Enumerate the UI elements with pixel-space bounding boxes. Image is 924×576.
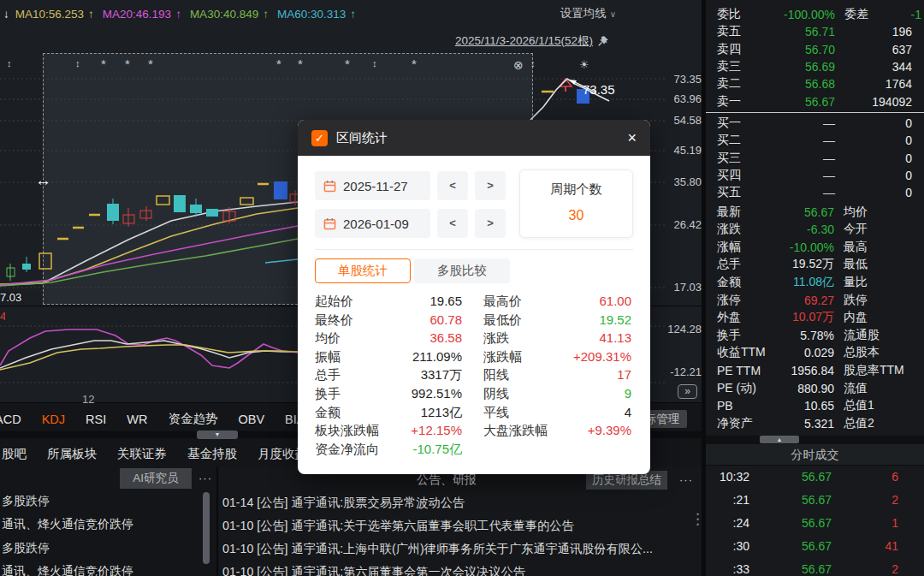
ma-indicator-bar: ↓ MA10:56.253↑MA20:46.193↑MA30:40.849↑MA… xyxy=(0,0,703,27)
dialog-tabs: 单股统计多股比较 xyxy=(315,258,633,283)
end-date-field[interactable]: 2026-01-09 xyxy=(315,209,430,238)
indicator-tab[interactable]: KDJ xyxy=(32,413,75,426)
buy-level-row[interactable]: 买二 — 0 xyxy=(706,132,924,149)
indicator-tab[interactable]: MACD xyxy=(0,413,32,426)
section-tab[interactable]: 股吧 xyxy=(2,446,27,462)
star-marker-icon: * xyxy=(345,58,350,70)
dialog-tab[interactable]: 单股统计 xyxy=(315,258,411,283)
stat-row: 最高价61.00 xyxy=(483,294,631,312)
sub-axis-tick: 124.28 xyxy=(667,323,702,336)
collapse-up-icon[interactable]: ▲ xyxy=(760,436,799,443)
selection-drag-handle-icon[interactable]: ↔ xyxy=(35,171,51,190)
sell-level-row[interactable]: 卖四 56.70 637 xyxy=(706,41,924,58)
quote-panel: 委比 -100.00% 委差 -1 卖五 56.71 196 卖四 56.70 … xyxy=(706,0,924,576)
list-item[interactable]: 通讯、烽火通信竞价跌停 xyxy=(2,560,200,576)
list-item[interactable]: 01-10 [公告] 通宇通讯:关于选举第六届董事会职工代表董事的公告 xyxy=(219,514,702,537)
divider xyxy=(315,249,633,250)
quote-stat-row: PE TTM 1956.84 股息率TTM xyxy=(706,362,924,380)
sun-marker-icon: ☀ xyxy=(579,58,589,71)
indicator-tab[interactable]: 资金趋势 xyxy=(157,411,228,427)
buy-level-row[interactable]: 买一 — 0 xyxy=(706,115,924,132)
splitter-grip-icon[interactable]: ••• xyxy=(696,512,702,527)
more-options-icon[interactable]: ··· xyxy=(679,473,693,486)
buy-level-row[interactable]: 买五 — 0 xyxy=(706,184,924,201)
expand-panel-button[interactable]: » xyxy=(678,384,697,399)
ma-values: MA10:56.253↑MA20:46.193↑MA30:40.849↑MA60… xyxy=(15,8,356,21)
indicator-tab[interactable]: WR xyxy=(116,413,157,426)
indicator-tab[interactable]: RSI xyxy=(75,413,116,426)
list-item[interactable]: 01-10 [公告] 通宇通讯:第六届董事会第一次会议决议公告 xyxy=(219,561,702,576)
interval-statistics-dialog: ✓ 区间统计 × 2025-11-27 < > xyxy=(298,120,650,474)
section-tab[interactable]: 关联证券 xyxy=(117,446,167,462)
list-item[interactable]: 01-14 [公告] 通宇通讯:股票交易异常波动公告 xyxy=(219,491,702,514)
quote-stat-row: 金额 11.08亿 量比 xyxy=(706,274,924,292)
remove-selection-icon[interactable]: ⊗ xyxy=(513,58,524,72)
list-item[interactable]: 多股跌停 xyxy=(2,490,200,513)
sell-level-row[interactable]: 卖五 56.71 196 xyxy=(706,23,924,40)
collapse-down-icon[interactable]: ▼ xyxy=(197,431,238,439)
close-icon[interactable]: × xyxy=(627,130,637,145)
updown-marker-icon: ↕ xyxy=(530,58,536,68)
left-axis-fragment: 7.03 xyxy=(0,291,21,304)
stat-row: 总手3317万 xyxy=(315,367,462,386)
indicator-tab[interactable]: OBV xyxy=(228,413,275,426)
x-axis-month-label: 12 xyxy=(82,393,94,406)
stat-row: 阳线17 xyxy=(483,367,631,386)
checkbox-icon[interactable]: ✓ xyxy=(311,130,328,146)
more-options-icon[interactable]: ··· xyxy=(198,472,212,484)
list-divider xyxy=(216,466,218,576)
period-count-box: 周期个数 30 xyxy=(519,169,633,238)
tick-panel-title: 分时成交 xyxy=(706,444,924,466)
statistics-table: 起始价19.65 最终价60.78 均价36.58 振幅211.09% 总手33… xyxy=(315,294,633,460)
ma-settings-button[interactable]: 设置均线∨ xyxy=(560,6,616,21)
end-date-value: 2026-01-09 xyxy=(343,217,409,231)
ratio-label: 委比 xyxy=(717,7,767,22)
calendar-icon xyxy=(323,180,336,193)
dialog-tab[interactable]: 多股比较 xyxy=(414,258,510,283)
prev-day-button[interactable]: < xyxy=(437,209,468,238)
sell-level-row[interactable]: 卖二 56.68 1764 xyxy=(706,75,924,92)
quote-stat-row: PB 10.65 总值1 xyxy=(706,397,924,415)
section-tab[interactable]: 基金持股 xyxy=(187,446,237,462)
stat-row: 最低价19.52 xyxy=(483,312,631,331)
star-marker-icon: * xyxy=(412,58,417,70)
period-count-label: 周期个数 xyxy=(520,181,632,198)
dialog-header[interactable]: ✓ 区间统计 × xyxy=(298,120,650,156)
stat-row: 振幅211.09% xyxy=(315,349,462,368)
list-item[interactable]: 通讯、烽火通信竞价跌停 xyxy=(2,513,200,536)
scrollbar[interactable] xyxy=(203,492,210,564)
section-tab[interactable]: 所属板块 xyxy=(47,446,97,462)
announcement-list: 01-14 [公告] 通宇通讯:股票交易异常波动公告01-10 [公告] 通宇通… xyxy=(219,491,702,576)
ai-researcher-button[interactable]: AI研究员 xyxy=(120,468,192,489)
buy-level-row[interactable]: 买四 — 0 xyxy=(706,167,924,184)
star-marker-icon: * xyxy=(101,58,106,70)
star-marker-icon: * xyxy=(148,58,153,70)
ma-trend-arrow: ↓ xyxy=(3,8,9,21)
stat-row: 最终价60.78 xyxy=(315,312,462,331)
left-red-fragment: 4 xyxy=(0,310,5,323)
prev-day-button[interactable]: < xyxy=(437,171,468,200)
pin-icon[interactable] xyxy=(597,35,609,47)
start-date-field[interactable]: 2025-11-27 xyxy=(315,171,430,200)
calendar-icon xyxy=(323,217,336,230)
list-item[interactable]: 多股跌停 xyxy=(2,537,200,560)
sell-level-row[interactable]: 卖三 56.69 344 xyxy=(706,58,924,75)
ma-value: MA30:40.849↑ xyxy=(190,8,269,21)
y-axis-tick: 54.58 xyxy=(667,114,702,127)
buy-level-row[interactable]: 买三 — 0 xyxy=(706,149,924,166)
period-count-input[interactable]: 30 xyxy=(520,208,632,223)
list-item[interactable]: 01-10 [公告] 通宇通讯:上海中联(广州)律师事务所关于广东通宇通讯股份有… xyxy=(219,537,702,561)
stat-row: 阴线9 xyxy=(483,386,631,405)
updown-marker-icon: ↕ xyxy=(7,58,12,68)
date-range-link[interactable]: 2025/11/3-2026/1/15(52根) xyxy=(455,33,593,49)
stat-row: 资金净流向-10.75亿 xyxy=(315,442,462,460)
next-day-button[interactable]: > xyxy=(475,171,506,200)
ratio-value: -100.00% xyxy=(767,8,835,21)
updown-marker-icon: ↕ xyxy=(372,58,377,68)
sell-level-row[interactable]: 卖一 56.67 194092 xyxy=(706,92,924,110)
tick-trade-row: :30 56.67 41 xyxy=(706,534,924,557)
peak-price-annotation: 73.35 xyxy=(583,82,615,97)
dialog-title: 区间统计 xyxy=(336,130,388,146)
stock-trading-app: ↓ MA10:56.253↑MA20:46.193↑MA30:40.849↑MA… xyxy=(0,0,924,576)
next-day-button[interactable]: > xyxy=(475,209,506,238)
